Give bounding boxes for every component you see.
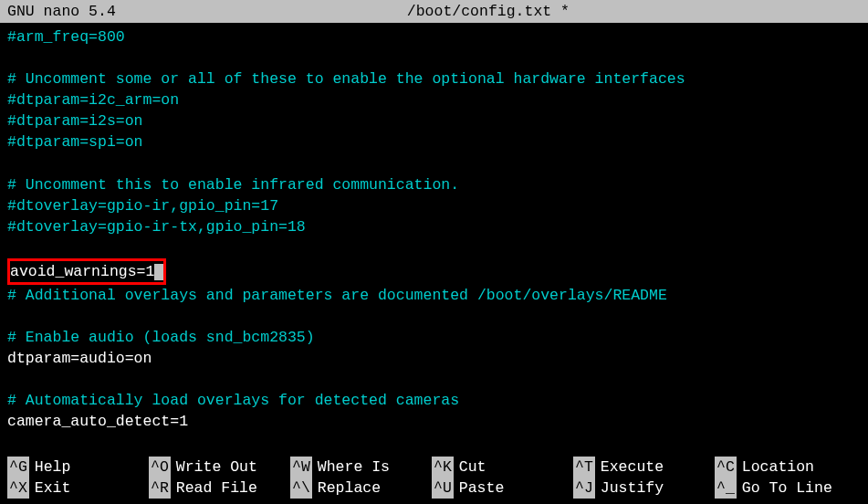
cursor: [154, 264, 163, 280]
blank-line: [7, 369, 861, 390]
shortcut-whereis[interactable]: ^W Where Is: [290, 457, 432, 478]
shortcut-key: ^U: [432, 478, 454, 499]
config-line: #dtoverlay=gpio-ir,gpio_pin=17: [7, 195, 861, 216]
highlighted-line: avoid_warnings=1: [7, 258, 861, 285]
shortcut-execute[interactable]: ^T Execute: [573, 457, 715, 478]
shortcut-justify[interactable]: ^J Justify: [573, 478, 715, 499]
shortcut-key: ^W: [290, 457, 312, 478]
shortcut-writeout[interactable]: ^O Write Out: [149, 457, 290, 478]
shortcuts-row-1: ^G Help ^O Write Out ^W Where Is ^K Cut …: [7, 457, 861, 478]
config-line: #arm_freq=800: [7, 26, 861, 47]
config-line: camera_auto_detect=1: [7, 411, 861, 432]
shortcut-gotoline[interactable]: ^_ Go To Line: [715, 478, 856, 499]
shortcut-readfile[interactable]: ^R Read File: [149, 478, 290, 499]
filename: /boot/config.txt *: [116, 1, 861, 22]
shortcut-key: ^T: [573, 457, 595, 478]
shortcut-key: ^_: [715, 478, 737, 499]
cursor-line-text: avoid_warnings=1: [10, 263, 154, 280]
config-line: # Automatically load overlays for detect…: [7, 390, 861, 411]
editor-content[interactable]: #arm_freq=800 # Uncomment some or all of…: [0, 23, 868, 436]
shortcut-key: ^G: [7, 457, 29, 478]
shortcut-key: ^K: [432, 457, 454, 478]
shortcut-key: ^X: [7, 478, 29, 499]
config-line: # Uncomment some or all of these to enab…: [7, 68, 861, 89]
config-line: #dtparam=i2s=on: [7, 110, 861, 131]
shortcut-cut[interactable]: ^K Cut: [432, 457, 573, 478]
shortcut-key: ^J: [573, 478, 595, 499]
shortcut-label: Justify: [601, 478, 664, 499]
blank-line: [7, 306, 861, 327]
config-line: #dtparam=i2c_arm=on: [7, 89, 861, 110]
config-line: dtparam=audio=on: [7, 348, 861, 369]
blank-line: [7, 237, 861, 258]
blank-line: [7, 153, 861, 174]
shortcut-replace[interactable]: ^\ Replace: [290, 478, 432, 499]
shortcut-label: Cut: [459, 457, 486, 478]
shortcut-exit[interactable]: ^X Exit: [7, 478, 149, 499]
shortcut-key: ^O: [149, 457, 171, 478]
config-line: # Enable audio (loads snd_bcm2835): [7, 327, 861, 348]
shortcut-key: ^C: [715, 457, 737, 478]
shortcut-location[interactable]: ^C Location: [715, 457, 856, 478]
editor-header: GNU nano 5.4 /boot/config.txt *: [0, 0, 868, 23]
shortcut-key: ^\: [290, 478, 312, 499]
shortcut-paste[interactable]: ^U Paste: [432, 478, 573, 499]
shortcut-label: Write Out: [176, 457, 257, 478]
shortcut-label: Read File: [176, 478, 257, 499]
shortcut-label: Where Is: [318, 457, 390, 478]
shortcut-key: ^R: [149, 478, 171, 499]
shortcut-label: Execute: [601, 457, 664, 478]
blank-line: [7, 47, 861, 68]
shortcut-label: Location: [742, 457, 814, 478]
shortcut-label: Go To Line: [742, 478, 832, 499]
config-line: #dtoverlay=gpio-ir-tx,gpio_pin=18: [7, 216, 861, 237]
shortcuts-row-2: ^X Exit ^R Read File ^\ Replace ^U Paste…: [7, 478, 861, 499]
shortcut-label: Help: [35, 457, 71, 478]
config-line: # Additional overlays and parameters are…: [7, 285, 861, 306]
shortcut-label: Exit: [35, 478, 71, 499]
config-line: #dtparam=spi=on: [7, 131, 861, 152]
app-name: GNU nano 5.4: [7, 1, 116, 22]
shortcuts-footer: ^G Help ^O Write Out ^W Where Is ^K Cut …: [0, 455, 868, 504]
config-line: # Uncomment this to enable infrared comm…: [7, 174, 861, 195]
shortcut-label: Paste: [459, 478, 505, 499]
shortcut-help[interactable]: ^G Help: [7, 457, 149, 478]
shortcut-label: Replace: [318, 478, 381, 499]
